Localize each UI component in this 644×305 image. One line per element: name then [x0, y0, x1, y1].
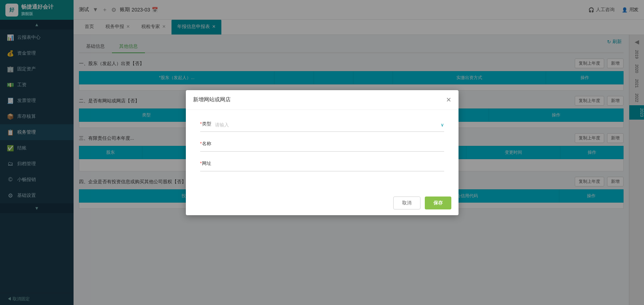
name-input[interactable] — [215, 142, 444, 147]
modal-body: *类型 ∨ *名称 *网址 — [186, 110, 459, 191]
type-input-row: *类型 ∨ — [200, 121, 444, 132]
modal-overlay: 新增网站或网店 ✕ *类型 ∨ *名称 — [0, 0, 644, 305]
url-input-row: *网址 — [200, 160, 444, 171]
modal-close-btn[interactable]: ✕ — [446, 96, 451, 104]
type-label: *类型 — [200, 121, 211, 127]
url-label: *网址 — [200, 160, 211, 167]
name-field: *名称 — [200, 140, 444, 152]
name-input-row: *名称 — [200, 140, 444, 152]
modal-header: 新增网站或网店 ✕ — [186, 90, 459, 110]
url-input[interactable] — [215, 162, 444, 167]
type-input[interactable] — [215, 122, 437, 128]
modal-title: 新增网站或网店 — [193, 96, 231, 103]
url-field: *网址 — [200, 160, 444, 171]
name-label: *名称 — [200, 140, 211, 147]
modal-add-website: 新增网站或网店 ✕ *类型 ∨ *名称 — [186, 90, 459, 215]
type-dropdown-icon[interactable]: ∨ — [441, 122, 444, 128]
type-field: *类型 ∨ — [200, 121, 444, 132]
modal-footer: 取消 保存 — [186, 191, 459, 215]
save-button[interactable]: 保存 — [425, 197, 451, 209]
cancel-button[interactable]: 取消 — [393, 197, 420, 209]
